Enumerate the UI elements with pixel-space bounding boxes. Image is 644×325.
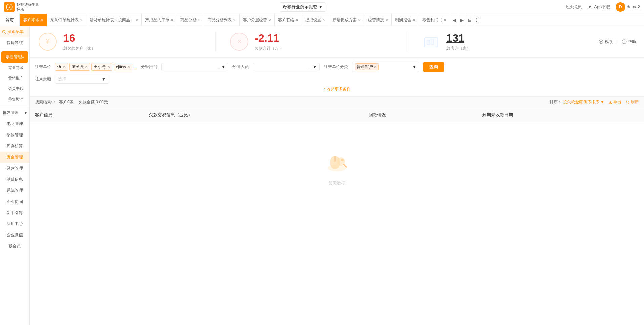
col-overdue-date: 到期未收款日期 [477,108,644,122]
total-customers-label: 总客户（家） [446,46,471,51]
sidebar-item-basic-info[interactable]: 基础信息 [0,174,29,185]
tab-close-icon[interactable]: ✕ [135,18,138,22]
tab-profit-report[interactable]: 利润报告 ✕ [392,14,419,26]
tab-close-icon[interactable]: ✕ [444,18,446,22]
refresh-button[interactable]: 刷新 [626,99,639,105]
tab-customer-contact[interactable]: 客户联络 ✕ [275,14,302,26]
sidebar-item-enterprise-wechat[interactable]: 企业微信 [0,229,29,241]
unit-tag-wu-close[interactable]: ✕ [63,65,66,69]
balance-filter-select[interactable]: 选择... ▼ [55,75,109,84]
sidebar-item-ecommerce-mgmt[interactable]: 电商管理 [0,118,29,130]
collapse-button[interactable]: ∧ 收起更多条件 [35,86,639,92]
tab-customer-tier[interactable]: 客户分层经营 ✕ [240,14,275,26]
tab-close-icon[interactable]: ✕ [171,18,173,22]
logo-text: 畅捷通好生意 标版 [17,2,39,12]
owe-total-value: -2.11 [255,32,283,44]
search-icon [2,30,6,34]
sidebar-item-quick-nav[interactable]: 快捷导航 [0,37,29,48]
tab-close-icon[interactable]: ✕ [413,18,415,22]
sidebar-item-purchase-mgmt[interactable]: 采购管理 [0,130,29,141]
svg-rect-14 [427,40,430,44]
sidebar-item-retail-stats[interactable]: 零售统计 [0,94,29,104]
sidebar-item-premium-member[interactable]: 畅会员 [0,241,29,252]
tab-expand-icon[interactable]: ⊞ [466,14,474,26]
tab-close-icon[interactable]: ✕ [80,18,83,22]
search-result-text: 搜索结果中，客户0家 [35,100,74,104]
stat-icon-owe-total: ✕ [229,32,249,52]
svg-rect-15 [431,39,434,44]
filter-row-2: 往来余额 选择... ▼ [35,75,639,84]
unit-tag-chen-close[interactable]: ✕ [85,65,88,69]
sidebar-item-app-center[interactable]: 应用中心 [0,218,29,229]
tab-close-icon[interactable]: ✕ [233,18,236,22]
stat-divider-2 [407,32,407,52]
tab-home[interactable]: 首页 [0,14,20,26]
unit-category-tag-close[interactable]: ✕ [374,65,377,69]
sidebar-item-batch-mgmt[interactable]: 批发管理 ▾ [0,107,29,118]
help-button[interactable]: ? 帮助 [622,39,636,45]
unit-tag-chen: 陈民强 ✕ [69,63,90,71]
total-owe-customers-label: 总欠款客户（家） [63,46,95,51]
message-icon [566,4,572,10]
tab-nav-next[interactable]: ▶ [458,14,466,26]
tab-close-icon[interactable]: ✕ [296,18,298,22]
sidebar-item-marketing[interactable]: 营销推广 [0,73,29,83]
tab-close-icon[interactable]: ✕ [323,18,326,22]
results-actions: 排序： 按欠款金额倒序排序 ▼ 导出 [550,99,639,105]
tab-retail-profit[interactable]: 零售利润（ ✕ [419,14,450,26]
stat-icon-owe-customers: ¥ [38,32,58,52]
tab-purchase-stats-by-product[interactable]: 进货单统计表（按商品） ✕ [86,14,142,26]
person-filter-select[interactable]: ... ▼ [253,63,320,71]
unit-tag-cjttcw-close[interactable]: ✕ [127,65,130,69]
tab-purchase-order-stats[interactable]: 采购订单统计表 ✕ [47,14,86,26]
export-button[interactable]: 导出 [608,99,621,105]
user-menu[interactable]: D demo2 [616,2,640,12]
message-button[interactable]: 消息 [566,4,582,10]
video-button[interactable]: 视频 [599,39,613,45]
results-bar: 搜索结果中，客户0家 欠款金额 0.00元 排序： 按欠款金额倒序排序 ▼ 导出 [30,97,644,108]
tab-bar: 首页 客户账本 ✕ 采购订单统计表 ✕ 进货单统计表（按商品） ✕ 产成品入库单… [0,14,644,26]
svg-line-8 [5,33,6,34]
tab-product-analysis-list[interactable]: 商品分析列表 ✕ [204,14,240,26]
tab-nav-prev[interactable]: ◀ [450,14,458,26]
sidebar-item-system-mgmt[interactable]: 系统管理 [0,185,29,196]
query-button[interactable]: 查询 [423,62,444,72]
logo-icon: ¥ [4,2,15,12]
tab-add-promotion-plan[interactable]: 新增提成方案 ✕ [329,14,364,26]
tab-fullscreen-icon[interactable]: ⛶ [474,14,482,26]
data-table: 客户信息 欠款交易信息（占比） 回款情况 到期未收款日期 [30,108,644,122]
sidebar-item-inventory[interactable]: 库存核算 [0,141,29,152]
col-owe-transaction: 欠款交易信息（占比） [143,108,363,122]
more-unit-tags[interactable]: ... [134,65,137,69]
sidebar-item-new-guide[interactable]: 新手引导 [0,207,29,218]
tab-close-icon[interactable]: ✕ [268,18,271,22]
tab-product-analysis[interactable]: 商品分析 ✕ [177,14,204,26]
app-download-button[interactable]: App下载 [587,4,610,10]
tab-promotion-settings[interactable]: 提成设置 ✕ [302,14,329,26]
tab-close-icon[interactable]: ✕ [198,18,201,22]
unit-tag-wang-close[interactable]: ✕ [107,65,110,69]
unit-category-select[interactable]: 普通客户 ✕ ▼ [352,62,419,72]
svg-text:¥: ¥ [8,5,10,9]
refresh-icon [626,100,630,104]
total-customers-value: 131 [446,32,471,44]
dept-filter-select[interactable]: ... ▼ [161,63,228,71]
tab-close-icon[interactable]: ✕ [41,18,43,22]
sidebar-search[interactable]: 搜索菜单 [0,26,29,37]
tab-close-icon[interactable]: ✕ [358,18,361,22]
content-area: ¥ 16 总欠款客户（家） ✕ -2.11 [30,26,644,325]
tab-operation-situation[interactable]: 经营情况 ✕ [364,14,392,26]
sidebar-item-retail-mgmt[interactable]: 零售管理 ▾ [1,51,28,63]
tab-customer-accounts[interactable]: 客户账本 ✕ [20,14,47,26]
sidebar-item-enterprise-collab[interactable]: 企业协同 [0,196,29,207]
sidebar-item-capital-mgmt[interactable]: 资金管理 [0,152,29,163]
tab-product-entry[interactable]: 产成品入库单 ✕ [142,14,177,26]
store-selector[interactable]: 母婴行业演示账套 ▼ [280,2,326,12]
svg-marker-17 [600,41,602,43]
avatar: D [616,2,625,12]
sidebar-item-operations-mgmt[interactable]: 经营管理 [0,163,29,174]
sidebar-item-retail-mall[interactable]: 零售商城 [0,63,29,73]
sidebar-item-member-center[interactable]: 会员中心 [0,83,29,94]
tab-close-icon[interactable]: ✕ [385,18,388,22]
stat-total-customers: 131 总客户（家） [421,32,585,52]
